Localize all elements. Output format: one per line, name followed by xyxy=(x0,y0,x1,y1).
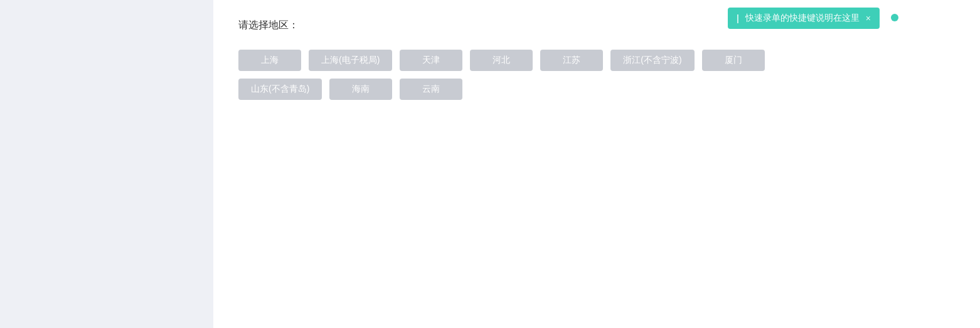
region-btn-tianjin[interactable]: 天津 xyxy=(400,50,462,71)
region-btn-shanghai[interactable]: 上海 xyxy=(238,50,301,71)
region-btn-shandong[interactable]: 山东(不含青岛) xyxy=(238,79,322,100)
tooltip-text: 快速录单的快捷键说明在这里 xyxy=(745,13,860,24)
region-btn-xiamen[interactable]: 厦门 xyxy=(702,50,765,71)
region-btn-yunnan[interactable]: 云南 xyxy=(400,79,462,100)
tooltip-dot xyxy=(891,14,898,21)
region-row-2: 山东(不含青岛)海南云南 xyxy=(238,79,955,100)
region-btn-hainan[interactable]: 海南 xyxy=(329,79,392,100)
main-content: 请选择地区： 上海上海(电子税局)天津河北江苏浙江(不含宁波)厦门 山东(不含青… xyxy=(213,0,980,328)
region-btn-hebei[interactable]: 河北 xyxy=(470,50,533,71)
region-btn-jiangsu[interactable]: 江苏 xyxy=(540,50,603,71)
region-btn-shanghai-etax[interactable]: 上海(电子税局) xyxy=(309,50,392,71)
tooltip-banner: 快速录单的快捷键说明在这里 × xyxy=(728,8,880,29)
tooltip-close-button[interactable]: × xyxy=(866,13,871,23)
region-row-1: 上海上海(电子税局)天津河北江苏浙江(不含宁波)厦门 xyxy=(238,50,955,71)
sidebar xyxy=(0,0,213,328)
region-btn-zhejiang[interactable]: 浙江(不含宁波) xyxy=(610,50,694,71)
